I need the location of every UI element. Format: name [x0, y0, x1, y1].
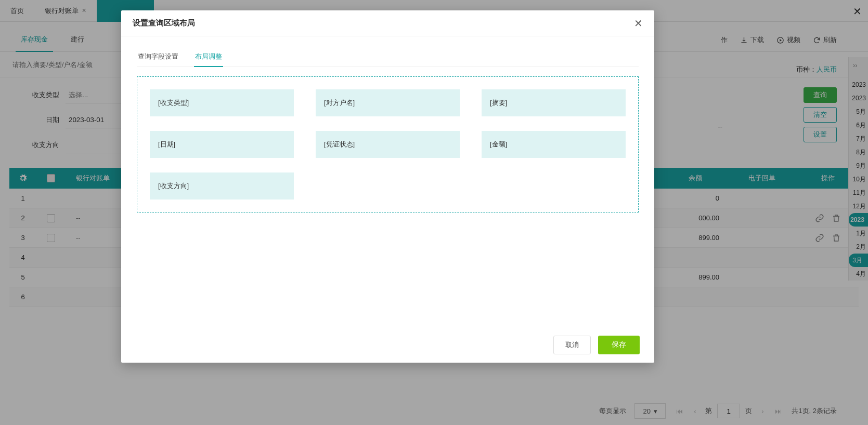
layout-grid: [收支类型][对方户名][摘要][日期][凭证状态][金额][收支方向]: [137, 76, 639, 212]
cancel-button[interactable]: 取消: [553, 336, 591, 354]
layout-item[interactable]: [收支类型]: [150, 89, 294, 116]
layout-item[interactable]: [收支方向]: [150, 172, 294, 200]
layout-item[interactable]: [对方户名]: [316, 89, 460, 116]
modal-tabs: 查询字段设置 布局调整: [137, 47, 639, 67]
modal-title: 设置查询区域布局: [133, 18, 195, 28]
modal-tab-layout[interactable]: 布局调整: [194, 47, 223, 67]
save-button[interactable]: 保存: [598, 336, 640, 354]
layout-item[interactable]: [日期]: [150, 131, 294, 158]
modal-close-button[interactable]: ✕: [634, 17, 643, 30]
layout-item[interactable]: [金额]: [482, 131, 626, 158]
layout-item[interactable]: [摘要]: [482, 89, 626, 116]
modal-tab-fields[interactable]: 查询字段设置: [137, 47, 179, 67]
layout-modal: 设置查询区域布局 ✕ 查询字段设置 布局调整 [收支类型][对方户名][摘要][…: [121, 10, 654, 363]
layout-item[interactable]: [凭证状态]: [316, 131, 460, 158]
